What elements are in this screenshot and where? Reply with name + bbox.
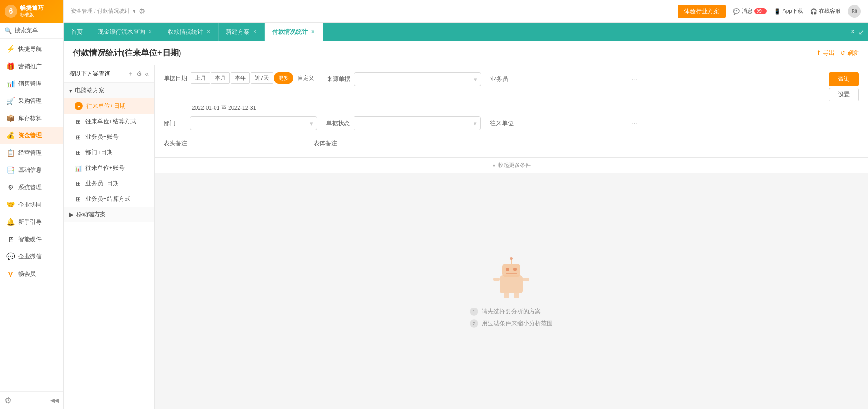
sidebar-item-enterprise[interactable]: 🤝 企业协同 — [0, 196, 63, 213]
notifications-btn[interactable]: 💬 消息 99+ — [733, 7, 767, 15]
tab-receipt-stats-close[interactable]: × — [206, 28, 211, 36]
main-area: 资金管理 / 付款情况统计 ▾ ⚙ 体验行业方案 💬 消息 99+ 📱 App下… — [64, 0, 868, 409]
inventory-icon: 📦 — [6, 114, 15, 122]
sidebar-item-wechat[interactable]: 💬 企业微信 — [0, 248, 63, 265]
tab-payment-stats-close[interactable]: × — [310, 28, 315, 36]
date-btn-custom[interactable]: 自定义 — [294, 73, 318, 83]
svg-rect-7 — [504, 293, 509, 298]
tab-bar: 首页 现金银行流水查询 × 收款情况统计 × 新建方案 × 付款情况统计 × ×… — [64, 23, 868, 41]
search-menu[interactable]: 🔍 搜索菜单 — [0, 23, 63, 39]
tab-cash-flow-close[interactable]: × — [148, 28, 153, 36]
dept-select-arrow: ▾ — [310, 120, 313, 127]
sidebar-item-marketing[interactable]: 🎁 营销推广 — [0, 58, 63, 75]
body-note-input[interactable] — [341, 136, 523, 150]
tab-expand-btn[interactable]: ⤢ — [858, 28, 864, 36]
sidebar-item-sales[interactable]: 📊 销售管理 — [0, 75, 63, 92]
collapse-conditions-btn[interactable]: ∧ 收起更多条件 — [155, 158, 868, 173]
header-actions: 体验行业方案 💬 消息 99+ 📱 App下载 🎧 在线客服 Rit — [678, 5, 861, 18]
user-avatar[interactable]: Rit — [848, 5, 861, 18]
sidebar-item-finance[interactable]: 💰 资金管理 — [0, 127, 63, 144]
sidebar-item-member[interactable]: V 畅会员 — [0, 265, 63, 283]
source-select[interactable]: ▾ — [354, 72, 481, 86]
logo-icon: 6 — [5, 5, 17, 18]
breadcrumb-dropdown-icon[interactable]: ▾ — [133, 8, 136, 15]
filter-settings-btn[interactable]: 设置 — [829, 88, 859, 101]
desktop-scheme-group: ▾ 电脑端方案 ● 往来单位+日期 ⊞ 往来单位+结算方式 ⊞ 业务员+账号 — [64, 83, 154, 207]
tab-new-scheme[interactable]: 新建方案 × — [219, 23, 265, 41]
logo-name: 畅捷通巧 — [20, 5, 44, 12]
panel-collapse-btn[interactable]: « — [145, 70, 149, 77]
scheme-staff-date-icon: ⊞ — [75, 180, 82, 187]
query-btn[interactable]: 查询 — [829, 72, 859, 86]
export-btn[interactable]: ⬆ 导出 — [816, 49, 835, 57]
marketing-icon: 🎁 — [6, 62, 15, 71]
tab-payment-stats-label: 付款情况统计 — [272, 28, 308, 36]
sidebar-item-hardware[interactable]: 🖥 智能硬件 — [0, 231, 63, 248]
scheme-staff-settle[interactable]: ⊞ 业务员+结算方式 — [64, 191, 154, 207]
sidebar-item-inventory[interactable]: 📦 库存核算 — [0, 110, 63, 127]
scheme-unit-account[interactable]: 📊 往来单位+账号 — [64, 160, 154, 176]
unit-input[interactable] — [517, 116, 626, 130]
date-label: 单据日期 — [164, 74, 187, 82]
date-btn-this-month[interactable]: 本月 — [211, 72, 230, 84]
sidebar-logo: 6 畅捷通巧 标准版 — [0, 0, 63, 23]
tab-close-all-btn[interactable]: × — [851, 28, 855, 36]
tab-payment-stats[interactable]: 付款情况统计 × — [265, 23, 323, 41]
online-service-btn[interactable]: 🎧 在线客服 — [810, 7, 841, 15]
sidebar-item-guide[interactable]: 🔔 新手引导 — [0, 213, 63, 231]
sidebar-item-purchase[interactable]: 🛒 采购管理 — [0, 92, 63, 110]
app-icon: 📱 — [774, 8, 781, 15]
tab-receipt-stats[interactable]: 收款情况统计 × — [160, 23, 219, 41]
scheme-staff-settle-label: 业务员+结算方式 — [85, 195, 130, 203]
scheme-staff-date[interactable]: ⊞ 业务员+日期 — [64, 176, 154, 191]
date-btn-last-7-days[interactable]: 近7天 — [251, 72, 273, 84]
app-download-label: App下载 — [783, 7, 803, 15]
status-select[interactable]: ▾ — [354, 116, 481, 130]
desktop-group-header[interactable]: ▾ 电脑端方案 — [64, 83, 154, 98]
sidebar-item-basic[interactable]: 📑 基础信息 — [0, 162, 63, 179]
sidebar-item-system[interactable]: ⚙ 系统管理 — [0, 179, 63, 196]
mobile-group-header[interactable]: ▶ 移动端方案 — [64, 207, 154, 222]
source-label: 来源单据 — [327, 75, 350, 83]
filter-header-note-item: 表头备注 — [164, 136, 304, 150]
tab-new-scheme-close[interactable]: × — [252, 28, 257, 36]
tab-home[interactable]: 首页 — [64, 23, 90, 41]
panel-add-btn[interactable]: ＋ — [127, 70, 134, 78]
page-title-bar: 付款情况统计(往来单位+日期) ⬆ 导出 ↺ 刷新 — [64, 41, 868, 65]
filter-salesperson-item: 业务员 ··· — [490, 72, 637, 86]
sidebar-item-quick-nav[interactable]: ⚡ 快捷导航 — [0, 40, 63, 58]
scheme-unit-settle[interactable]: ⊞ 往来单位+结算方式 — [64, 114, 154, 129]
sidebar-settings-btn[interactable]: ⚙ — [5, 395, 12, 405]
sidebar-item-operation[interactable]: 📋 经营管理 — [0, 144, 63, 162]
date-btn-last-month[interactable]: 上月 — [191, 72, 210, 84]
filter-status-item: 单据状态 ▾ — [326, 116, 481, 130]
salesperson-input[interactable] — [517, 72, 626, 86]
unit-dots[interactable]: ··· — [632, 119, 638, 127]
sidebar-collapse-btn[interactable]: ◀◀ — [50, 397, 59, 404]
wechat-icon: 💬 — [6, 252, 15, 261]
search-label: 搜索菜单 — [15, 26, 38, 35]
mobile-group-label: 移动端方案 — [76, 210, 106, 218]
header-settings-icon[interactable]: ⚙ — [139, 7, 145, 15]
try-industry-btn[interactable]: 体验行业方案 — [678, 5, 726, 18]
dept-select[interactable]: ▾ — [190, 116, 317, 130]
header-note-input[interactable] — [191, 136, 304, 150]
date-btn-this-year[interactable]: 本年 — [231, 72, 250, 84]
refresh-btn[interactable]: ↺ 刷新 — [840, 49, 859, 57]
app-download-btn[interactable]: 📱 App下载 — [774, 7, 803, 15]
export-icon: ⬆ — [816, 50, 821, 56]
finance-icon: 💰 — [6, 131, 15, 140]
wechat-label: 企业微信 — [18, 252, 42, 261]
scheme-unit-date[interactable]: ● 往来单位+日期 — [64, 98, 154, 114]
title-actions: ⬆ 导出 ↺ 刷新 — [816, 49, 859, 57]
tab-cash-flow[interactable]: 现金银行流水查询 × — [90, 23, 160, 41]
salesperson-dots[interactable]: ··· — [631, 75, 637, 83]
panel-header-actions: ＋ ⚙ « — [127, 70, 149, 78]
tab-new-scheme-label: 新建方案 — [226, 28, 249, 36]
panel-settings-btn[interactable]: ⚙ — [136, 70, 142, 77]
collapse-btn-label: ∧ 收起更多条件 — [492, 162, 530, 168]
panel-header: 按以下方案查询 ＋ ⚙ « — [64, 65, 154, 83]
date-btn-more[interactable]: 更多 — [274, 72, 293, 84]
scheme-staff-account[interactable]: ⊞ 业务员+账号 — [64, 129, 154, 145]
scheme-dept-date[interactable]: ⊞ 部门+日期 — [64, 145, 154, 160]
